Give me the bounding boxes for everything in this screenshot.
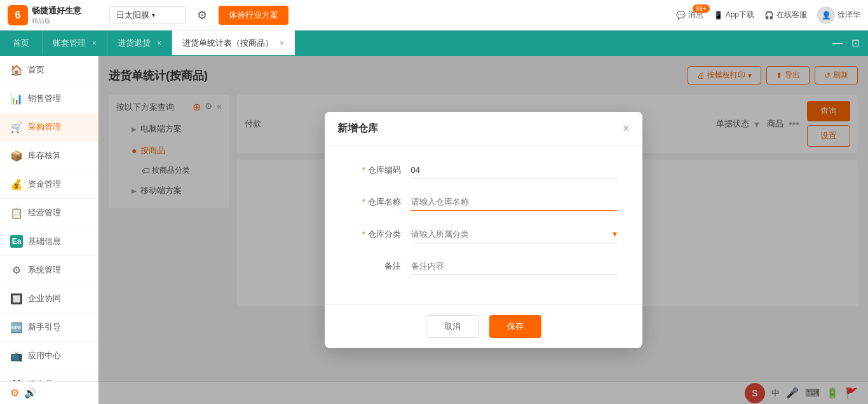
note-input[interactable] <box>411 257 617 275</box>
sidebar-item-enterprise[interactable]: 🔲 企业协同 <box>0 285 98 313</box>
form-row-code: * 仓库编码 <box>350 161 617 179</box>
tab-purchase-return[interactable]: 进货退货 × <box>107 30 172 55</box>
tab-purchase-stats-label: 进货单统计表（按商品） <box>182 37 273 49</box>
category-arrow-icon: ▾ <box>613 229 617 239</box>
tab-accounts-label: 账套管理 <box>53 37 86 49</box>
status-left: ⚙ 🔊 <box>10 387 37 399</box>
tab-home[interactable]: 首页 <box>0 30 43 55</box>
top-header: 6 畅捷通好生意 精品版 日太阳膜 ▾ ⚙ 体验行业方案 💬 消息 99+ 📱 … <box>0 0 868 30</box>
sidebar-item-home-label: 首页 <box>28 64 44 76</box>
sidebar-item-sales[interactable]: 📊 销售管理 <box>0 84 98 113</box>
content-area: 进货单统计(按商品) 🖨 按模板打印 ▾ ⬆ 导出 ↺ 刷新 <box>98 56 868 404</box>
sidebar-item-system-label: 系统管理 <box>28 264 61 276</box>
settings-bottom-icon[interactable]: ⚙ <box>10 387 19 399</box>
new-warehouse-dialog: 新增仓库 × * 仓库编码 <box>325 112 642 348</box>
sidebar-item-app-center-label: 应用中心 <box>28 350 61 361</box>
category-select[interactable]: ▾ <box>411 225 617 243</box>
gear-button[interactable]: ⚙ <box>192 5 212 25</box>
logo-icon: 6 <box>8 5 28 25</box>
tab-accounts-close[interactable]: × <box>92 39 97 48</box>
finance-icon: 💰 <box>10 178 23 191</box>
sidebar-item-guide-label: 新手引导 <box>28 321 61 333</box>
inventory-icon: 📦 <box>10 149 23 162</box>
sidebar-item-purchase-label: 采购管理 <box>28 121 61 133</box>
sidebar-item-app-center[interactable]: 📺 应用中心 <box>0 342 98 370</box>
tab-purchase-return-close[interactable]: × <box>157 39 161 48</box>
app-download-item[interactable]: 📱 App下载 <box>714 10 754 20</box>
operations-icon: 📋 <box>10 206 23 219</box>
sidebar-item-finance[interactable]: 💰 资金管理 <box>0 170 98 199</box>
sidebar-item-guide[interactable]: 🆕 新手引导 <box>0 313 98 342</box>
name-label: * 仓库名称 <box>350 196 401 208</box>
trial-button[interactable]: 体验行业方案 <box>219 6 288 25</box>
chevron-down-icon: ▾ <box>152 11 155 18</box>
enterprise-icon: 🔲 <box>10 292 23 305</box>
logo-title: 畅捷通好生意 <box>32 5 81 17</box>
cancel-button[interactable]: 取消 <box>426 315 479 338</box>
name-input[interactable] <box>411 193 617 211</box>
name-required-mark: * <box>362 197 365 206</box>
customer-service-item[interactable]: 🎧 在线客服 <box>764 10 807 20</box>
dialog-footer: 取消 保存 <box>325 304 642 348</box>
minimize-button[interactable]: — <box>830 36 845 51</box>
category-input[interactable] <box>411 229 613 239</box>
app-download-label: App下载 <box>726 10 754 20</box>
volume-icon[interactable]: 🔊 <box>24 387 37 399</box>
system-icon: ⚙ <box>10 264 23 276</box>
sidebar-item-operations[interactable]: 📋 经营管理 <box>0 199 98 227</box>
phone-icon: 📱 <box>714 11 723 20</box>
form-row-note: 备注 <box>350 257 617 275</box>
purchase-icon: 🛒 <box>10 121 23 133</box>
code-input[interactable] <box>411 161 617 179</box>
customer-service-label: 在线客服 <box>776 10 807 20</box>
sidebar-item-enterprise-label: 企业协同 <box>28 293 61 304</box>
category-label: * 仓库分类 <box>350 229 401 240</box>
store-name: 日太阳膜 <box>116 10 149 21</box>
tab-home-label: 首页 <box>13 37 29 49</box>
dialog-title: 新增仓库 <box>337 122 378 135</box>
sidebar-item-basic-info[interactable]: Ea 基础信息 <box>0 227 98 256</box>
form-row-category: * 仓库分类 ▾ <box>350 225 617 243</box>
sidebar-item-inventory-label: 库存核算 <box>28 150 61 161</box>
code-required-mark: * <box>362 165 365 175</box>
basic-info-icon: Ea <box>10 235 23 248</box>
tab-bar: 首页 账套管理 × 进货退货 × 进货单统计表（按商品） × — ⊡ <box>0 30 868 56</box>
tab-purchase-return-label: 进货退货 <box>118 37 151 49</box>
tab-accounts[interactable]: 账套管理 × <box>43 30 107 55</box>
app-center-icon: 📺 <box>10 349 23 362</box>
message-item[interactable]: 💬 消息 99+ <box>676 10 703 20</box>
form-row-name: * 仓库名称 <box>350 193 617 211</box>
maximize-button[interactable]: ⊡ <box>848 36 863 51</box>
avatar: 👤 <box>817 6 835 24</box>
category-required-mark: * <box>362 229 365 239</box>
sidebar-item-operations-label: 经营管理 <box>28 207 61 219</box>
dialog-body: * 仓库编码 * 仓库名称 <box>325 146 642 304</box>
dialog-header: 新增仓库 × <box>325 112 642 146</box>
save-button[interactable]: 保存 <box>489 315 541 338</box>
sales-icon: 📊 <box>10 92 23 105</box>
sidebar-item-home[interactable]: 🏠 首页 <box>0 56 98 84</box>
note-label: 备注 <box>350 260 401 272</box>
sidebar-item-inventory[interactable]: 📦 库存核算 <box>0 142 98 170</box>
headset-icon: 🎧 <box>764 11 774 20</box>
gear-icon: ⚙ <box>197 8 207 22</box>
sidebar-item-basic-info-label: 基础信息 <box>28 236 61 247</box>
tab-purchase-stats[interactable]: 进货单统计表（按商品） × <box>172 30 295 55</box>
user-area[interactable]: 👤 徐泽华 <box>817 6 860 24</box>
modal-overlay: 新增仓库 × * 仓库编码 <box>98 56 868 404</box>
sidebar: 🏠 首页 📊 销售管理 🛒 采购管理 📦 库存核算 💰 资金管理 📋 经营管理 … <box>0 56 98 404</box>
message-badge: 99+ <box>693 4 710 13</box>
logo-text: 畅捷通好生意 精品版 <box>32 5 81 25</box>
logo-sub: 精品版 <box>32 17 81 25</box>
tab-purchase-stats-close[interactable]: × <box>280 39 284 48</box>
header-right: 💬 消息 99+ 📱 App下载 🎧 在线客服 👤 徐泽华 <box>676 6 860 24</box>
sidebar-item-purchase[interactable]: 🛒 采购管理 <box>0 113 98 142</box>
sidebar-item-finance-label: 资金管理 <box>28 178 61 190</box>
sidebar-item-system[interactable]: ⚙ 系统管理 <box>0 256 98 285</box>
guide-icon: 🆕 <box>10 321 23 333</box>
main-layout: 🏠 首页 📊 销售管理 🛒 采购管理 📦 库存核算 💰 资金管理 📋 经营管理 … <box>0 56 868 404</box>
code-label: * 仓库编码 <box>350 165 401 176</box>
store-selector[interactable]: 日太阳膜 ▾ <box>109 6 186 24</box>
dialog-close-button[interactable]: × <box>623 122 630 135</box>
window-buttons: — ⊡ <box>825 36 868 51</box>
